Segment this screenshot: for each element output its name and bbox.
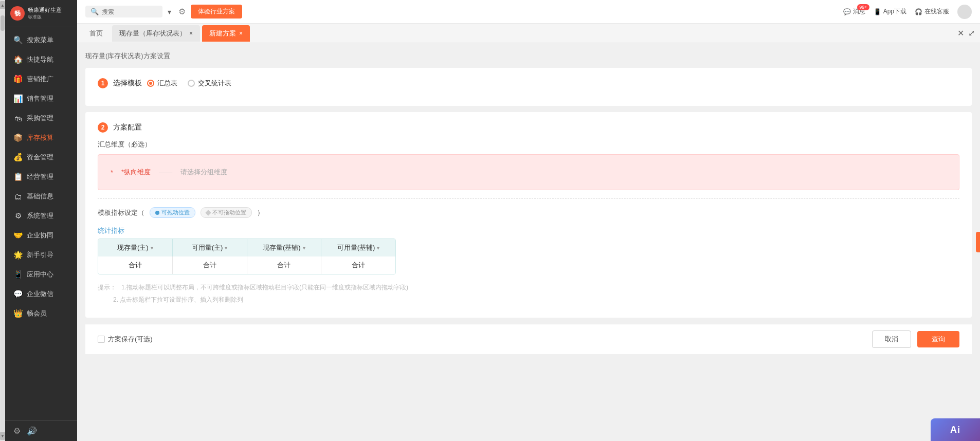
cell-2: 合计 bbox=[247, 256, 322, 274]
appstore-icon: 📱 bbox=[13, 270, 23, 279]
sidebar-item-appstore[interactable]: 📱 应用中心 bbox=[5, 265, 77, 284]
non-draggable-tag: 不可拖动位置 bbox=[201, 207, 252, 218]
section1-title: 选择模板 bbox=[113, 79, 142, 88]
logo-icon: 畅 bbox=[10, 6, 25, 21]
headset-icon: 🎧 bbox=[915, 8, 922, 15]
dim-placeholder: 请选择分组维度 bbox=[180, 168, 227, 177]
topbar-settings-icon[interactable]: ⚙ bbox=[178, 7, 186, 16]
radio-summary-dot bbox=[147, 80, 154, 87]
message-btn[interactable]: 💬 消息 99+ bbox=[843, 7, 865, 16]
sidebar-item-inventory[interactable]: 📦 库存核算 bbox=[5, 128, 77, 148]
col-1[interactable]: 可用量(主) ▾ bbox=[173, 239, 247, 256]
sidebar-item-basic-info[interactable]: 🗂 基础信息 bbox=[5, 187, 77, 206]
sidebar-logo: 畅 畅康通好生意 标准版 bbox=[5, 0, 77, 27]
sidebar-item-system[interactable]: ⚙ 系统管理 bbox=[5, 206, 77, 226]
sidebar-footer: ⚙ 🔊 bbox=[5, 420, 77, 441]
cell-3: 合计 bbox=[321, 256, 395, 274]
scroll-up-btn[interactable]: ▲ bbox=[0, 1, 5, 9]
cancel-btn[interactable]: 取消 bbox=[872, 330, 911, 348]
sidebar-item-sales[interactable]: 📊 销售管理 bbox=[5, 89, 77, 108]
expand-panel-btn[interactable]: ⤢ bbox=[968, 28, 975, 38]
cell-0: 合计 bbox=[98, 256, 173, 274]
tabs-actions: ✕ ⤢ bbox=[957, 28, 975, 38]
scroll-track bbox=[1, 10, 5, 431]
sidebar-scrollbar[interactable]: ▲ ▼ bbox=[0, 0, 5, 441]
indicator-section: 统计指标 现存量(主) ▾ 可用量(主) ▾ 现存量(基辅) bbox=[98, 226, 959, 274]
sidebar-nav: 🔍 搜索菜单 🏠 快捷导航 🎁 营销推广 📊 销售管理 🛍 采购管理 📦 库存核… bbox=[5, 27, 77, 420]
wechat-icon: 💬 bbox=[13, 289, 23, 299]
scroll-thumb[interactable] bbox=[1, 15, 5, 31]
sidebar-item-newuser[interactable]: 🌟 新手引导 bbox=[5, 245, 77, 265]
scheme-save: 方案保存(可选) bbox=[98, 335, 153, 344]
sidebar-item-enterprise[interactable]: 🤝 企业协同 bbox=[5, 226, 77, 245]
sidebar-item-finance[interactable]: 💰 资金管理 bbox=[5, 148, 77, 167]
col-1-chevron: ▾ bbox=[225, 245, 227, 251]
section2-num: 2 bbox=[98, 122, 108, 133]
col-3-chevron: ▾ bbox=[377, 245, 379, 251]
dim-separator: —— bbox=[159, 169, 172, 176]
logo-text: 畅康通好生意 标准版 bbox=[28, 6, 62, 20]
sidebar-item-wechat[interactable]: 💬 企业微信 bbox=[5, 284, 77, 304]
stats-table: 现存量(主) ▾ 可用量(主) ▾ 现存量(基辅) ▾ 可用量(基辅) bbox=[98, 238, 396, 274]
col-3[interactable]: 可用量(基辅) ▾ bbox=[321, 239, 395, 256]
col-0[interactable]: 现存量(主) ▾ bbox=[98, 239, 173, 256]
col-2[interactable]: 现存量(基辅) ▾ bbox=[247, 239, 322, 256]
content-area: 现存量(库存状况表)方案设置 1 选择模板 汇总表 交叉统计表 bbox=[77, 43, 980, 441]
marketing-icon: 🎁 bbox=[13, 75, 23, 84]
resize-handle[interactable] bbox=[976, 232, 980, 252]
radio-summary[interactable]: 汇总表 bbox=[147, 79, 177, 88]
template-radio-group: 汇总表 交叉统计表 bbox=[147, 79, 231, 88]
sidebar-item-operation[interactable]: 📋 经营管理 bbox=[5, 167, 77, 187]
quick-nav-icon: 🏠 bbox=[13, 55, 23, 64]
search-input[interactable] bbox=[102, 8, 153, 15]
trial-btn[interactable]: 体验行业方案 bbox=[191, 5, 242, 19]
section-choose-template: 1 选择模板 汇总表 交叉统计表 bbox=[85, 68, 972, 106]
tab-new-scheme[interactable]: 新建方案 × bbox=[202, 25, 250, 42]
tab-home[interactable]: 首页 bbox=[82, 25, 110, 42]
operation-icon: 📋 bbox=[13, 172, 23, 181]
section2-title: 方案配置 bbox=[113, 123, 142, 132]
radio-cross[interactable]: 交叉统计表 bbox=[188, 79, 231, 88]
ai-fab-btn[interactable]: Ai bbox=[931, 418, 980, 441]
query-btn[interactable]: 查询 bbox=[917, 331, 959, 347]
agg-label: 汇总维度（必选） bbox=[98, 140, 959, 149]
col-0-chevron: ▾ bbox=[151, 245, 153, 251]
topbar-search-box[interactable]: 🔍 bbox=[85, 6, 162, 17]
dim-required-star: * bbox=[111, 169, 113, 176]
sidebar-item-search-menu[interactable]: 🔍 搜索菜单 bbox=[5, 30, 77, 50]
section1-num: 1 bbox=[98, 78, 108, 88]
sound-icon[interactable]: 🔊 bbox=[27, 426, 37, 436]
sidebar-item-quick-nav[interactable]: 🏠 快捷导航 bbox=[5, 50, 77, 69]
search-dropdown-btn[interactable]: ▾ bbox=[168, 8, 171, 16]
tips-section: 提示： 1.拖动标题栏可以调整布局，不可跨维度或指标区域拖动栏目字段(只能在同一… bbox=[98, 283, 959, 304]
avatar-image bbox=[957, 5, 972, 19]
app-download-btn[interactable]: 📱 App下载 bbox=[874, 7, 906, 16]
sidebar-item-marketing[interactable]: 🎁 营销推广 bbox=[5, 69, 77, 89]
sidebar-item-purchase[interactable]: 🛍 采购管理 bbox=[5, 108, 77, 128]
stats-table-header: 现存量(主) ▾ 可用量(主) ▾ 现存量(基辅) ▾ 可用量(基辅) bbox=[98, 239, 395, 256]
bottom-bar: 方案保存(可选) 取消 查询 bbox=[85, 324, 972, 354]
user-avatar[interactable] bbox=[957, 5, 972, 19]
tip-0: 提示： 1.拖动标题栏可以调整布局，不可跨维度或指标区域拖动栏目字段(只能在同一… bbox=[98, 283, 959, 292]
sidebar-item-member[interactable]: 👑 畅会员 bbox=[5, 304, 77, 323]
tab-inventory[interactable]: 现存量（库存状况表） × bbox=[112, 25, 200, 42]
non-draggable-shape bbox=[205, 210, 211, 215]
topbar: 🔍 ▾ ⚙ 体验行业方案 💬 消息 99+ 📱 App下载 🎧 在线客服 bbox=[77, 0, 980, 24]
close-panel-btn[interactable]: ✕ bbox=[957, 28, 964, 38]
settings-icon[interactable]: ⚙ bbox=[13, 426, 21, 436]
scroll-down-btn[interactable]: ▼ bbox=[0, 432, 5, 440]
online-service-btn[interactable]: 🎧 在线客服 bbox=[915, 7, 949, 16]
tab-inventory-close[interactable]: × bbox=[189, 30, 193, 37]
divider1 bbox=[98, 198, 959, 199]
dimension-box[interactable]: * *纵向维度 —— 请选择分组维度 bbox=[98, 154, 959, 190]
save-scheme-checkbox[interactable] bbox=[98, 336, 105, 343]
tab-new-scheme-close[interactable]: × bbox=[239, 30, 243, 37]
section-scheme-config: 2 方案配置 汇总维度（必选） * *纵向维度 —— 请选择分组维度 模板指标设… bbox=[85, 112, 972, 318]
stats-table-body: 合计 合计 合计 合计 bbox=[98, 256, 395, 274]
stats-title: 统计指标 bbox=[98, 226, 959, 235]
search-icon: 🔍 bbox=[90, 8, 99, 15]
finance-icon: 💰 bbox=[13, 153, 23, 162]
section2-header: 2 方案配置 bbox=[98, 122, 959, 133]
enterprise-icon: 🤝 bbox=[13, 231, 23, 240]
radio-cross-dot bbox=[188, 80, 195, 87]
